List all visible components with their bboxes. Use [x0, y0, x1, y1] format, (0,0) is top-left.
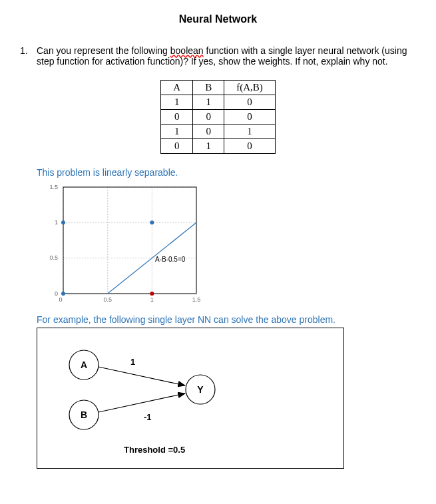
threshold-label: Threshold =0.5 [124, 445, 185, 455]
table-row: 010 [161, 139, 275, 154]
svg-text:0: 0 [59, 296, 62, 303]
q-text-before: Can you represent the following [37, 45, 170, 56]
question-1: 1. Can you represent the following boole… [20, 45, 416, 67]
th-f: f(A,B) [224, 81, 276, 95]
page-title: Neural Network [20, 13, 416, 25]
answer-line-1: This problem is linearly separable. [37, 167, 416, 178]
svg-text:1: 1 [55, 219, 58, 226]
svg-line-29 [99, 393, 185, 412]
svg-text:B: B [81, 409, 87, 420]
svg-point-11 [150, 220, 154, 224]
question-text: Can you represent the following boolean … [37, 45, 416, 67]
line-label: A-B-0.5=0 [155, 256, 186, 263]
svg-line-28 [99, 367, 185, 385]
svg-text:0.5: 0.5 [103, 296, 112, 303]
svg-rect-8 [63, 187, 196, 294]
answer-line-2: For example, the following single layer … [37, 314, 416, 325]
table-row: 000 [161, 110, 275, 125]
svg-text:Y: Y [197, 384, 204, 395]
th-A: A [161, 81, 193, 95]
svg-text:1.5: 1.5 [49, 184, 58, 190]
svg-text:A: A [81, 360, 87, 370]
q-underlined: boolean [170, 45, 204, 56]
table-row: 110 [161, 95, 275, 110]
table-header-row: A B f(A,B) [161, 81, 275, 95]
truth-table: A B f(A,B) 110 000 101 010 [160, 80, 275, 154]
svg-point-10 [61, 292, 65, 296]
svg-text:-1: -1 [144, 412, 152, 422]
separability-plot: A-B-0.5=0 0 0.5 1 1.5 0 0.5 1 1.5 [37, 180, 416, 309]
nn-diagram: A B Y 1 -1 Threshold =0.5 [37, 328, 344, 469]
svg-point-13 [150, 292, 154, 296]
th-B: B [193, 81, 224, 95]
svg-text:1: 1 [130, 357, 135, 367]
svg-text:0.5: 0.5 [49, 254, 58, 261]
svg-text:1: 1 [150, 296, 154, 303]
table-row: 101 [161, 125, 275, 139]
svg-text:1.5: 1.5 [192, 296, 201, 303]
svg-point-12 [61, 220, 65, 224]
question-number: 1. [20, 45, 37, 67]
svg-text:0: 0 [55, 290, 58, 297]
